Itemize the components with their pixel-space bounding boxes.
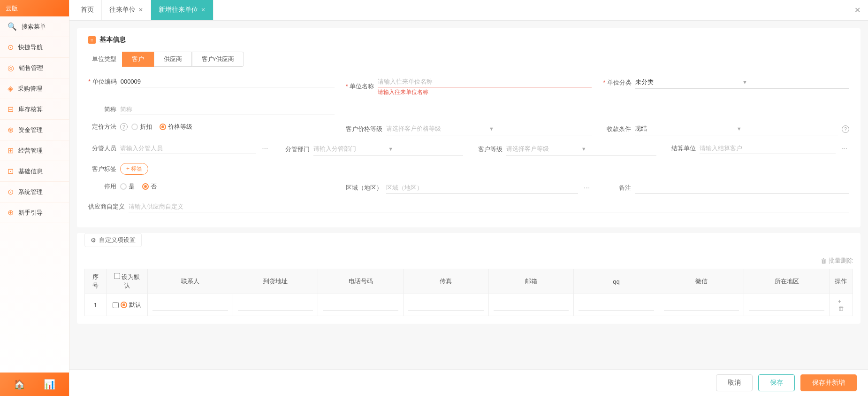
form-row-2: 简称 [88, 104, 849, 115]
table-header-row: 🗑 批量删除 [84, 253, 853, 269]
add-tag-button[interactable]: + 标签 [120, 163, 148, 175]
tab-new-unit-close[interactable]: ✕ [201, 7, 206, 13]
sidebar-item-operations[interactable]: ⊞ 经营管理 [0, 140, 69, 161]
settlement-more-btn[interactable]: ··· [839, 144, 849, 153]
cell-contact[interactable] [148, 294, 233, 316]
wechat-input[interactable] [664, 299, 739, 311]
qq-input[interactable] [579, 299, 654, 311]
pricing-level-radio[interactable] [160, 124, 166, 130]
col-fax: 传真 [403, 269, 488, 294]
custom-settings-button[interactable]: ⚙ 自定义项设置 [84, 233, 142, 247]
tab-unit-list[interactable]: 往来单位 ✕ [102, 0, 151, 20]
payment-terms-value: 现结 [635, 124, 736, 133]
unit-name-error: 请输入往来单位名称 [378, 88, 592, 96]
notification-icon[interactable]: 📊 [44, 379, 55, 390]
pricing-radio-group: 折扣 价格等级 [131, 123, 192, 131]
pricing-method-label: 定价方法 [88, 123, 116, 131]
customer-level-select[interactable]: 请选择客户等级 ▼ [506, 143, 656, 155]
unit-type-customer-btn[interactable]: 客户 [122, 52, 154, 67]
sidebar-item-label: 系统管理 [18, 188, 43, 196]
cell-qq[interactable] [574, 294, 659, 316]
cancel-button[interactable]: 取消 [716, 374, 753, 391]
cell-phone[interactable] [318, 294, 404, 316]
sidebar-item-inventory[interactable]: ⊟ 库存核算 [0, 99, 69, 120]
supplier-custom-input[interactable] [129, 201, 849, 212]
inventory-icon: ⊟ [8, 105, 14, 114]
dept-select[interactable]: 请输入分管部门 ▼ [313, 143, 464, 155]
region-table-input[interactable] [749, 299, 824, 311]
row-checkbox[interactable] [113, 302, 119, 308]
disable-field: 停用 是 否 [88, 182, 335, 191]
tab-new-unit-label: 新增往来单位 [159, 6, 198, 14]
sidebar-item-finance[interactable]: ⊛ 资金管理 [0, 120, 69, 140]
bulk-delete-btn[interactable]: 🗑 批量删除 [821, 256, 853, 265]
pricing-discount-option[interactable]: 折扣 [131, 123, 152, 131]
cell-region[interactable] [744, 294, 830, 316]
select-all-checkbox[interactable] [114, 273, 120, 279]
cell-email[interactable] [488, 294, 574, 316]
address-input[interactable] [238, 299, 313, 311]
payment-terms-select[interactable]: 现结 ▼ [635, 123, 838, 135]
dept-field: 分管部门 请输入分管部门 ▼ [282, 143, 464, 155]
sidebar-item-guide[interactable]: ⊕ 新手引导 [0, 202, 69, 223]
sidebar-item-label: 资金管理 [18, 126, 43, 134]
sidebar-search-label: 搜索菜单 [22, 23, 46, 31]
disable-yes-radio[interactable] [120, 183, 127, 190]
default-radio-item[interactable]: 默认 [121, 301, 141, 309]
pricing-help-icon[interactable]: ? [120, 123, 128, 131]
sidebar-item-basics[interactable]: ⊡ 基础信息 [0, 161, 69, 182]
save-button[interactable]: 保存 [758, 374, 795, 391]
contact-input[interactable] [152, 299, 228, 311]
form-row-4: 分管人员 ··· 分管部门 请输入分管部门 ▼ 客户等级 请选择客户等级 ▼ [88, 143, 849, 155]
phone-input[interactable] [323, 299, 398, 311]
unit-code-field: 单位编码 [88, 76, 335, 87]
disable-no-option[interactable]: 否 [142, 182, 157, 191]
finance-icon: ⊛ [8, 125, 14, 134]
dept-placeholder: 请输入分管部门 [313, 145, 388, 153]
unit-code-input[interactable] [121, 76, 335, 87]
pricing-discount-radio[interactable] [131, 124, 138, 130]
email-input[interactable] [494, 299, 569, 311]
cell-fax[interactable] [403, 294, 488, 316]
payment-terms-label: 收款条件 [603, 125, 631, 133]
settlement-input[interactable] [700, 143, 836, 154]
tab-new-unit[interactable]: 新增往来单位 ✕ [151, 0, 213, 20]
disable-no-radio[interactable] [142, 183, 149, 190]
cell-address[interactable] [233, 294, 318, 316]
unit-name-input[interactable] [378, 76, 592, 87]
tab-unit-list-close[interactable]: ✕ [138, 7, 143, 13]
disable-yes-option[interactable]: 是 [120, 182, 135, 191]
payment-help-icon[interactable]: ? [842, 125, 849, 133]
remark-input[interactable] [635, 182, 849, 194]
row-delete-btn[interactable]: 🗑 [838, 305, 844, 312]
unit-category-select[interactable]: 未分类 ▼ [635, 76, 849, 89]
disable-no-label: 否 [151, 182, 157, 191]
unit-type-both-btn[interactable]: 客户/供应商 [192, 52, 244, 67]
sidebar-item-system[interactable]: ⊙ 系统管理 [0, 182, 69, 202]
manager-more-btn[interactable]: ··· [260, 144, 270, 153]
row-add-btn[interactable]: + [838, 298, 842, 305]
default-radio[interactable] [121, 302, 127, 308]
customer-price-select[interactable]: 请选择客户价格等级 ▼ [386, 123, 592, 135]
tab-home[interactable]: 首页 [73, 0, 102, 20]
form-row-1: 单位编码 单位名称 请输入往来单位名称 单位分类 未分类 ▼ [88, 76, 849, 96]
supplier-custom-field: 供应商自定义 [88, 201, 849, 212]
region-input[interactable] [386, 182, 578, 194]
col-contact: 联系人 [148, 269, 233, 294]
unit-type-supplier-btn[interactable]: 供应商 [154, 52, 192, 67]
save-new-button[interactable]: 保存并新增 [800, 374, 857, 391]
sidebar-item-search[interactable]: 🔍 搜索菜单 [0, 16, 69, 37]
abbr-input[interactable] [120, 104, 335, 115]
sidebar-item-quick-nav[interactable]: ⊙ 快捷导航 [0, 37, 69, 58]
pricing-level-option[interactable]: 价格等级 [160, 123, 192, 131]
tab-bar: 首页 往来单位 ✕ 新增往来单位 ✕ ✕ [69, 0, 868, 21]
region-more-btn[interactable]: ··· [582, 184, 592, 192]
sidebar-item-purchase[interactable]: ◈ 采购管理 [0, 78, 69, 99]
fax-input[interactable] [408, 299, 484, 311]
sidebar-item-sales[interactable]: ◎ 销售管理 [0, 58, 69, 78]
window-close-button[interactable]: ✕ [854, 6, 860, 15]
sidebar-bottom: 🏠 📊 [0, 373, 69, 396]
cell-wechat[interactable] [659, 294, 744, 316]
home-icon[interactable]: 🏠 [14, 379, 25, 390]
manager-input[interactable] [120, 143, 256, 154]
